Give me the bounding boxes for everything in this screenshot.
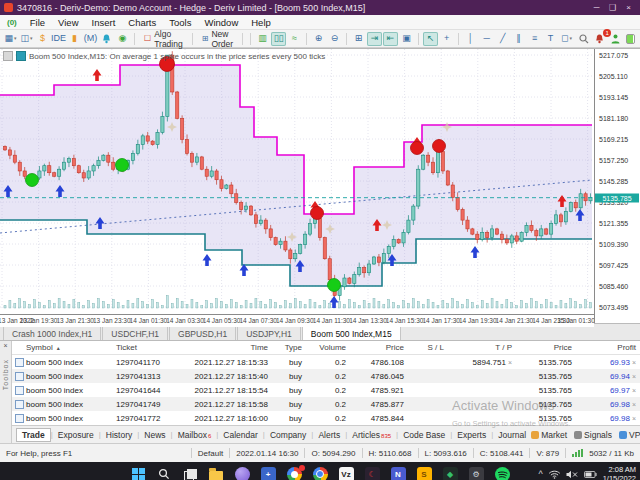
toolbox-tab-news[interactable]: News bbox=[139, 429, 170, 441]
auto-scroll-button[interactable]: ⇥ bbox=[367, 32, 382, 46]
close-button[interactable]: × bbox=[621, 1, 636, 14]
menu-window[interactable]: Window bbox=[204, 17, 238, 28]
spotify-button[interactable] bbox=[494, 466, 511, 480]
maximize-button[interactable]: ❑ bbox=[605, 1, 620, 14]
deposit-button[interactable]: ▮ bbox=[67, 32, 82, 46]
column-header-price[interactable]: Price bbox=[350, 343, 408, 352]
column-header-tp[interactable]: T / P bbox=[448, 343, 516, 352]
table-row[interactable]: boom 500 index12970413132021.12.27 18:15… bbox=[12, 369, 640, 383]
menu-charts[interactable]: Charts bbox=[128, 17, 156, 28]
algo-trading-button[interactable]: ☐Algo Trading bbox=[139, 32, 188, 46]
toolbox-tab-history[interactable]: History bbox=[101, 429, 137, 441]
candles-chart-button[interactable]: ▯▯ bbox=[271, 32, 286, 46]
community-button[interactable]: ◉ bbox=[115, 32, 130, 46]
column-header-sl[interactable]: S / L bbox=[408, 343, 448, 352]
loop-app-button[interactable] bbox=[234, 466, 251, 480]
toolbox-close-icon[interactable]: × bbox=[3, 342, 7, 349]
line-chart-button[interactable]: ≈ bbox=[287, 32, 302, 46]
zoom-out-button[interactable]: ⊖ bbox=[327, 32, 342, 46]
tray-clock[interactable]: 2:08 AM1/15/2022 bbox=[603, 465, 636, 480]
tile-windows-button[interactable]: ⊞ bbox=[351, 32, 366, 46]
fibonacci-button[interactable]: ≡ bbox=[527, 32, 542, 46]
chart-tab-gbpusd-h1[interactable]: GBPUSD,H1 bbox=[169, 326, 236, 340]
battery-icon[interactable] bbox=[584, 471, 597, 478]
notes-app-button[interactable]: N bbox=[390, 466, 407, 480]
start-button[interactable] bbox=[130, 466, 147, 480]
symbols-button[interactable]: (M) bbox=[83, 32, 98, 46]
menu-insert[interactable]: Insert bbox=[92, 17, 116, 28]
panel-button-signals[interactable]: Signals bbox=[574, 430, 612, 440]
toolbox-tab-experts[interactable]: Experts bbox=[452, 429, 491, 441]
trendline-button[interactable]: ╱ bbox=[495, 32, 510, 46]
table-row[interactable]: boom 500 index12970417722021.12.27 18:16… bbox=[12, 411, 640, 425]
channel-button[interactable]: ∥ bbox=[511, 32, 526, 46]
column-header-ticket[interactable]: Ticket bbox=[114, 343, 176, 352]
screenshot-button[interactable]: ▣ bbox=[399, 32, 414, 46]
column-header-volume[interactable]: Volume bbox=[306, 343, 350, 352]
cursor-button[interactable]: ↖ bbox=[423, 32, 438, 46]
close-position-icon[interactable]: × bbox=[632, 387, 636, 394]
price-chart[interactable] bbox=[0, 49, 594, 310]
new-order-button[interactable]: ⊞New Order bbox=[197, 32, 238, 46]
table-row[interactable]: boom 500 index12970416442021.12.27 18:15… bbox=[12, 383, 640, 397]
column-header-time[interactable]: Time bbox=[176, 343, 272, 352]
chart-window-button[interactable]: ▦▾ bbox=[3, 32, 18, 46]
menu-file[interactable]: File bbox=[30, 17, 45, 28]
panel-button-vps[interactable]: VPS bbox=[619, 430, 640, 440]
toolbox-tab-exposure[interactable]: Exposure bbox=[53, 429, 99, 441]
toolbox-tab-code-base[interactable]: Code Base bbox=[398, 429, 450, 441]
vz-app-button[interactable]: Vz bbox=[338, 466, 355, 480]
alert-bell-button[interactable]: 1 bbox=[592, 32, 607, 46]
hline-button[interactable]: ─ bbox=[479, 32, 494, 46]
chrome-button[interactable] bbox=[312, 466, 329, 480]
table-row[interactable]: boom 500 index12970417492021.12.27 18:15… bbox=[12, 397, 640, 411]
browser-profile-button[interactable] bbox=[286, 466, 303, 480]
menu-help[interactable]: Help bbox=[251, 17, 271, 28]
settings-button[interactable]: ⚙ bbox=[468, 466, 485, 480]
one-click-trading-icon[interactable] bbox=[3, 51, 13, 61]
search-button[interactable] bbox=[576, 32, 591, 46]
chart-tab-usdjpy-h1[interactable]: USDJPY,H1 bbox=[237, 326, 301, 340]
time-axis[interactable]: 13 Jan 202213 Jan 19:3013 Jan 21:3013 Ja… bbox=[0, 314, 594, 327]
market-watch-button[interactable]: $ bbox=[35, 32, 50, 46]
close-position-icon[interactable]: × bbox=[632, 373, 636, 380]
chart-tab-boom-500-index-m15[interactable]: Boom 500 Index,M15 bbox=[302, 326, 401, 340]
toolbox-tab-articles[interactable]: Articles835 bbox=[347, 429, 396, 441]
sublime-app-button[interactable]: S bbox=[416, 466, 433, 480]
close-position-icon[interactable]: × bbox=[632, 415, 636, 422]
chart-shift-button[interactable]: ⇤ bbox=[383, 32, 398, 46]
vline-button[interactable]: │ bbox=[463, 32, 478, 46]
media-app-button[interactable]: ☾ bbox=[364, 466, 381, 480]
search-button[interactable] bbox=[156, 466, 173, 480]
file-explorer-button[interactable] bbox=[208, 466, 225, 480]
chart-tab-crash-1000-index-h1[interactable]: Crash 1000 Index,H1 bbox=[3, 326, 101, 340]
toolbox-tab-journal[interactable]: Journal bbox=[493, 429, 531, 441]
objects-button[interactable]: ◻▾ bbox=[559, 32, 574, 46]
close-position-icon[interactable]: × bbox=[632, 401, 636, 408]
text-button[interactable]: T bbox=[543, 32, 558, 46]
status-profile[interactable]: Default bbox=[198, 449, 223, 458]
toolbox-tab-trade[interactable]: Trade bbox=[16, 428, 51, 442]
menu-tools[interactable]: Tools bbox=[169, 17, 191, 28]
volume-muted-icon[interactable] bbox=[566, 470, 578, 479]
wifi-icon[interactable] bbox=[549, 470, 560, 479]
crosshair-button[interactable]: + bbox=[439, 32, 454, 46]
mql5-community-icon[interactable]: (0) bbox=[7, 18, 17, 27]
tray-chevron-icon[interactable]: ^ bbox=[538, 469, 542, 479]
dev-tools-app-button[interactable]: + bbox=[260, 466, 277, 480]
toolbox-tab-alerts[interactable]: Alerts bbox=[313, 429, 345, 441]
chart-profile-button[interactable]: ◫▾ bbox=[19, 32, 34, 46]
gem-app-button[interactable]: ◆ bbox=[442, 466, 459, 480]
tp-close-icon[interactable]: × bbox=[508, 359, 512, 366]
toolbox-tab-calendar[interactable]: Calendar bbox=[218, 429, 263, 441]
metaeditor-ide-button[interactable]: IDE bbox=[51, 32, 66, 46]
menu-view[interactable]: View bbox=[58, 17, 78, 28]
chart-tab-usdchf-h1[interactable]: USDCHF,H1 bbox=[102, 326, 168, 340]
minimize-button[interactable]: ─ bbox=[589, 1, 604, 14]
bars-chart-button[interactable]: ▥ bbox=[255, 32, 270, 46]
panel-button-market[interactable]: Market bbox=[531, 430, 567, 440]
column-header-symbol[interactable]: Symbol▴ bbox=[24, 343, 114, 352]
close-position-icon[interactable]: × bbox=[632, 359, 636, 366]
column-header-profit[interactable]: Profit bbox=[576, 343, 640, 352]
column-header-type[interactable]: Type bbox=[272, 343, 306, 352]
